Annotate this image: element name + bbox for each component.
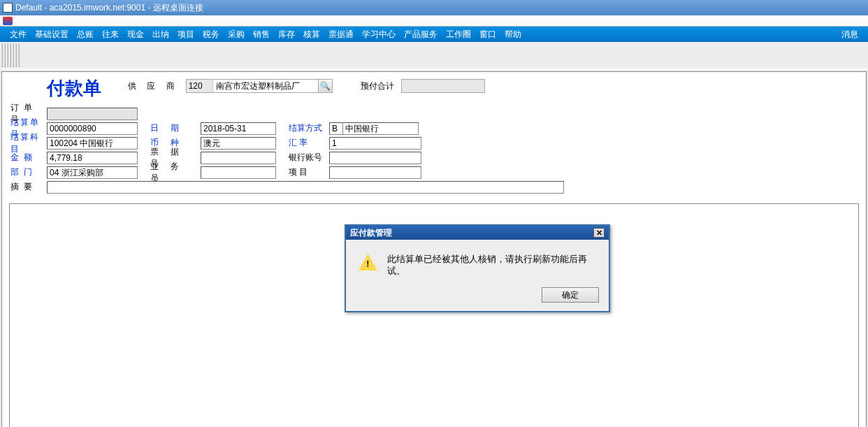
outer-window-titlebar: Default - aca2015.imwork.net:9001 - 远程桌面…: [0, 0, 868, 15]
settle-no-field[interactable]: 0000000890: [47, 122, 138, 135]
project-label: 项 目: [289, 166, 329, 178]
menu-file[interactable]: 文件: [8, 29, 28, 41]
rate-label: 汇 率: [289, 137, 329, 149]
dept-label: 部 门: [10, 166, 47, 178]
menu-tax[interactable]: 税务: [201, 29, 221, 41]
project-field[interactable]: [329, 166, 421, 179]
ok-button[interactable]: 确定: [542, 287, 599, 303]
menu-message[interactable]: 消息: [840, 29, 860, 41]
menu-help[interactable]: 帮助: [503, 29, 523, 41]
date-label: 日 期: [150, 122, 201, 134]
amount-field[interactable]: 4,779.18: [47, 152, 138, 164]
menu-purchase[interactable]: 采购: [226, 29, 246, 41]
prepay-total-field: [401, 79, 485, 93]
bill-no-field[interactable]: [201, 152, 276, 164]
settle-mode-name[interactable]: 中国银行: [343, 122, 419, 135]
dialog-message: 此结算单已经被其他人核销，请执行刷新功能后再试。: [387, 254, 596, 277]
remark-field[interactable]: [47, 181, 564, 194]
supplier-input[interactable]: 120 南宫市宏达塑料制品厂 🔍: [186, 79, 333, 93]
order-no-field: [47, 108, 138, 120]
menu-product[interactable]: 产品服务: [403, 29, 439, 41]
window-title: Default - aca2015.imwork.net:9001 - 远程桌面…: [15, 2, 203, 14]
app-brand-row: [0, 15, 868, 27]
settle-mode-code[interactable]: B: [329, 122, 343, 135]
supplier-name: 南宫市宏达塑料制品厂: [213, 80, 318, 92]
menu-cash[interactable]: 现金: [126, 29, 145, 41]
rate-field[interactable]: 1: [329, 137, 421, 150]
bank-acct-field[interactable]: [329, 152, 421, 164]
menu-sales[interactable]: 销售: [252, 29, 271, 41]
rdp-icon: [3, 3, 13, 13]
prepay-total-label: 预付合计: [361, 80, 394, 92]
warning-icon: [359, 254, 377, 270]
dialog-title: 应付款管理: [350, 227, 392, 239]
menu-gl[interactable]: 总账: [75, 29, 95, 41]
app-brand-icon: [3, 17, 13, 25]
date-field[interactable]: 2018-05-31: [201, 122, 276, 135]
menu-basic[interactable]: 基础设置: [34, 29, 70, 41]
menu-ar[interactable]: 往来: [101, 29, 120, 41]
settle-mode-label: 结算方式: [289, 122, 329, 134]
menu-cashier[interactable]: 出纳: [151, 29, 171, 41]
acct-subj-field[interactable]: 100204 中国银行: [47, 137, 138, 150]
supplier-code: 120: [187, 80, 213, 92]
menu-workgroup[interactable]: 工作圈: [444, 29, 472, 41]
main-menubar: 文件 基础设置 总账 往来 现金 出纳 项目 税务 采购 销售 库存 核算 票据…: [0, 27, 868, 42]
menu-project[interactable]: 项目: [176, 29, 196, 41]
close-icon[interactable]: ✕: [593, 228, 605, 238]
dept-field[interactable]: 04 浙江采购部: [47, 166, 138, 179]
menu-bill[interactable]: 票据通: [327, 29, 355, 41]
menu-learn[interactable]: 学习中心: [361, 29, 397, 41]
amount-label: 金 额: [10, 152, 47, 164]
currency-field[interactable]: 澳元: [201, 137, 276, 150]
alert-dialog: 应付款管理 ✕ 此结算单已经被其他人核销，请执行刷新功能后再试。 确定: [345, 224, 610, 312]
remark-label: 摘 要: [10, 181, 47, 193]
menu-account[interactable]: 核算: [302, 29, 321, 41]
toolbar: [0, 42, 868, 70]
bank-acct-label: 银行账号: [289, 152, 329, 164]
search-icon[interactable]: 🔍: [318, 80, 332, 92]
menu-window[interactable]: 窗口: [478, 29, 498, 41]
clerk-field[interactable]: [201, 166, 276, 179]
supplier-label: 供 应 商: [128, 80, 179, 92]
menu-stock[interactable]: 库存: [277, 29, 296, 41]
